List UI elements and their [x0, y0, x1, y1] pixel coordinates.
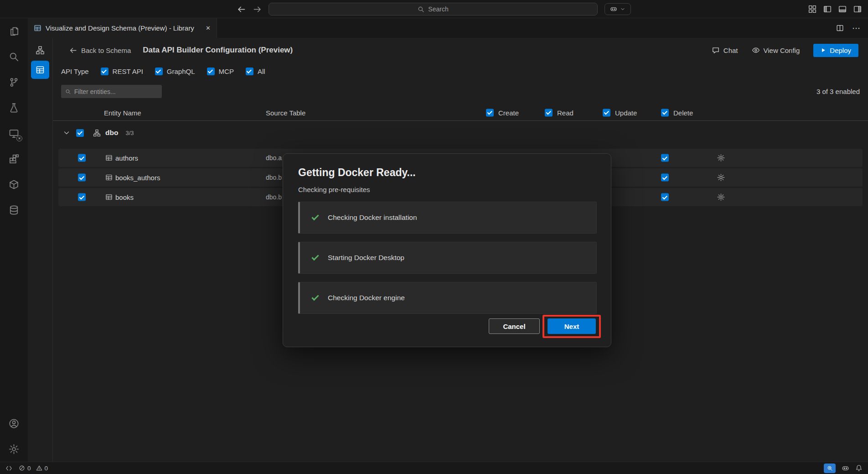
chat-button[interactable]: Chat — [712, 46, 738, 54]
source-control-icon[interactable] — [0, 69, 28, 95]
filter-entities-field[interactable] — [61, 85, 162, 98]
create-all-checkbox[interactable] — [486, 109, 494, 116]
schema-designer-tab-icon — [34, 24, 41, 32]
enabled-summary: 3 of 3 enabled — [816, 85, 860, 98]
search-sidebar-icon[interactable] — [0, 44, 28, 69]
checkbox-rest-api[interactable]: REST API — [101, 68, 143, 75]
checkbox-mcp[interactable]: MCP — [207, 68, 234, 75]
filter-entities-input[interactable] — [74, 88, 158, 95]
col-source-table: Source Table — [266, 109, 305, 116]
graphql-checkbox[interactable] — [155, 68, 163, 75]
update-all-checkbox[interactable] — [603, 109, 610, 116]
table-icon — [105, 154, 113, 161]
back-label: Back to Schema — [81, 47, 131, 54]
eye-icon — [752, 46, 760, 54]
chevron-down-icon — [620, 6, 625, 12]
view-switcher — [28, 38, 53, 462]
settings-gear-icon[interactable] — [0, 436, 28, 462]
search-icon — [418, 6, 424, 13]
tab-close-icon[interactable]: ✕ — [206, 25, 211, 31]
search-input[interactable]: Search — [269, 3, 598, 16]
step-docker-installation: Checking Docker installation — [298, 202, 597, 234]
cancel-button[interactable]: Cancel — [489, 318, 540, 334]
step-label: Checking Docker installation — [328, 214, 417, 222]
row-checkbox[interactable] — [78, 174, 86, 182]
editor-actions: ⋯ — [836, 18, 861, 38]
row-checkbox[interactable] — [78, 154, 86, 162]
row-checkbox[interactable] — [78, 193, 86, 201]
split-editor-icon[interactable] — [836, 24, 844, 32]
docker-ready-dialog: Getting Docker Ready... Checking pre-req… — [283, 153, 611, 347]
copilot-session-button[interactable] — [604, 3, 631, 15]
container-icon[interactable] — [0, 172, 28, 197]
delete-label: Delete — [673, 109, 693, 116]
delete-all-checkbox[interactable] — [661, 109, 669, 116]
filter-search-icon — [65, 89, 71, 95]
copilot-status-icon[interactable] — [842, 464, 849, 472]
back-icon — [69, 47, 77, 54]
more-actions-icon[interactable]: ⋯ — [852, 23, 861, 33]
rest-api-checkbox[interactable] — [101, 68, 108, 75]
zoom-in-icon — [827, 465, 833, 471]
dialog-buttons: Cancel Next — [489, 318, 596, 334]
status-bar: 0 0 — [0, 462, 868, 474]
schema-designer-view-icon[interactable] — [31, 42, 49, 59]
back-to-schema-link[interactable]: Back to Schema — [69, 47, 131, 54]
status-right — [824, 464, 863, 473]
group-checkbox[interactable] — [76, 129, 84, 137]
explorer-icon[interactable] — [0, 18, 28, 44]
read-all-checkbox[interactable] — [545, 109, 553, 116]
table-icon — [105, 193, 113, 201]
zoom-indicator[interactable] — [824, 464, 836, 473]
api-type-label: API Type — [61, 68, 89, 75]
chat-label: Chat — [723, 47, 738, 54]
notifications-bell-icon[interactable] — [855, 464, 863, 472]
mcp-checkbox[interactable] — [207, 68, 215, 75]
run-debug-icon[interactable] — [0, 95, 28, 120]
checkbox-all[interactable]: All — [246, 68, 265, 75]
check-icon — [311, 213, 319, 220]
account-icon[interactable] — [0, 411, 28, 436]
tab-visualize-design-schema[interactable]: Visualize and Design Schema (Preview) - … — [28, 18, 217, 38]
forward-arrow-icon[interactable] — [253, 5, 262, 14]
check-icon — [311, 293, 319, 300]
customize-layout-icon[interactable] — [808, 5, 816, 13]
dialog-title: Getting Docker Ready... — [298, 167, 416, 179]
all-checkbox[interactable] — [246, 68, 253, 75]
row-settings-gear-icon[interactable] — [717, 174, 725, 182]
table-icon — [105, 174, 113, 181]
row-settings-gear-icon[interactable] — [717, 193, 725, 201]
delete-checkbox[interactable] — [661, 154, 669, 162]
delete-checkbox[interactable] — [661, 193, 669, 201]
extensions-icon[interactable] — [0, 146, 28, 172]
back-arrow-icon[interactable] — [237, 5, 246, 14]
remote-indicator-icon[interactable] — [5, 465, 12, 472]
remote-explorer-icon[interactable]: ✕ — [0, 120, 28, 146]
toggle-sidebar-right-icon[interactable] — [853, 5, 862, 13]
step-label: Starting Docker Desktop — [328, 254, 404, 262]
row-settings-gear-icon[interactable] — [717, 154, 725, 162]
col-entity-name: Entity Name — [104, 109, 141, 116]
deploy-label: Deploy — [830, 47, 851, 54]
schema-group-row[interactable]: dbo 3/3 — [53, 124, 868, 142]
toggle-sidebar-left-icon[interactable] — [823, 5, 832, 13]
update-label: Update — [615, 109, 637, 116]
group-count: 3/3 — [125, 130, 134, 136]
deploy-button[interactable]: Deploy — [813, 44, 858, 57]
step-label: Checking Docker engine — [328, 294, 405, 302]
error-icon — [19, 465, 25, 471]
check-icon — [311, 253, 319, 260]
titlebar: Search — [0, 0, 868, 18]
chevron-down-icon[interactable] — [63, 129, 70, 136]
create-label: Create — [498, 109, 519, 116]
checkbox-graphql[interactable]: GraphQL — [155, 68, 195, 75]
delete-checkbox[interactable] — [661, 174, 669, 182]
dab-config-view-icon[interactable] — [31, 61, 49, 79]
database-icon[interactable] — [0, 197, 28, 223]
step-docker-desktop: Starting Docker Desktop — [298, 242, 597, 274]
problems-indicator[interactable]: 0 0 — [19, 465, 51, 472]
rest-api-label: REST API — [113, 68, 143, 75]
view-config-button[interactable]: View Config — [752, 46, 800, 54]
next-button[interactable]: Next — [548, 318, 596, 334]
toggle-panel-icon[interactable] — [838, 5, 847, 13]
